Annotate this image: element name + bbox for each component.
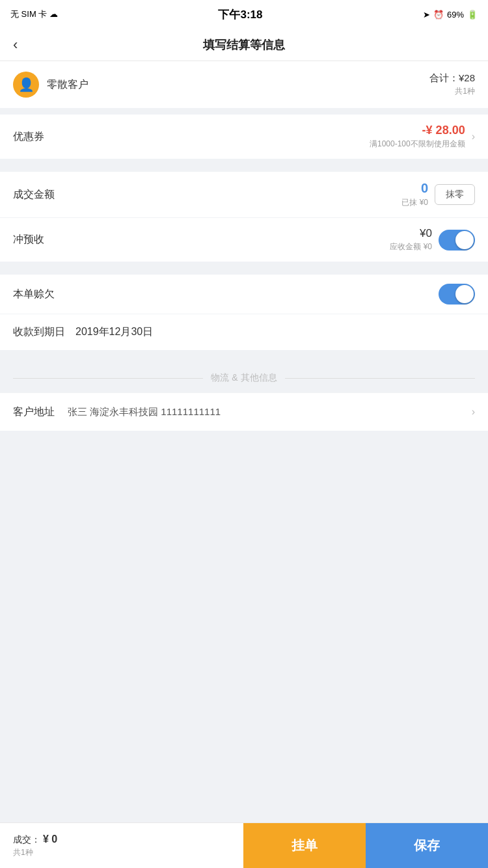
debt-row: 本单赊欠 (0, 275, 488, 314)
pre-receive-right: ¥0 应收金额 ¥0 (390, 227, 475, 252)
coupon-section[interactable]: 优惠券 -¥ 28.00 满1000-100不限制使用金额 › (0, 115, 488, 159)
customer-section: 👤 零散客户 合计：¥28 共1种 (0, 61, 488, 108)
pre-receive-sub: 应收金额 ¥0 (390, 241, 432, 252)
due-date-row[interactable]: 收款到期日 2019年12月30日 (0, 314, 488, 350)
pre-receive-amounts: ¥0 应收金额 ¥0 (390, 227, 432, 252)
customer-total: 合计：¥28 共1种 (429, 72, 475, 97)
pre-receive-row: 冲预收 ¥0 应收金额 ¥0 (0, 218, 488, 262)
debt-toggle-knob (455, 285, 474, 303)
status-left: 无 SIM 卡 ☁ (10, 8, 58, 20)
battery-icon: 🔋 (467, 10, 478, 20)
coupon-row[interactable]: 优惠券 -¥ 28.00 满1000-100不限制使用金额 › (0, 115, 488, 159)
status-time: 下午3:18 (218, 7, 262, 22)
status-bar: 无 SIM 卡 ☁ 下午3:18 ➤ ⏰ 69% 🔋 (0, 0, 488, 29)
content-spacer (0, 437, 488, 489)
alarm-icon: ⏰ (433, 10, 444, 20)
hold-button[interactable]: 挂单 (243, 823, 366, 869)
deal-amount-label: 成交金额 (13, 188, 55, 202)
pre-receive-toggle[interactable] (439, 230, 475, 251)
coupon-amount: -¥ 28.00 (370, 124, 465, 137)
avatar: 👤 (13, 72, 39, 98)
bottom-count: 共1种 (13, 847, 230, 858)
due-date-label: 收款到期日 (13, 325, 65, 339)
address-section: 客户地址 张三 海淀永丰科技园 11111111111 › (0, 393, 488, 431)
customer-name: 零散客户 (47, 78, 88, 92)
toggle-knob (455, 231, 474, 249)
nav-bar: ‹ 填写结算等信息 (0, 29, 488, 61)
amount-section: 成交金额 已抹 ¥0 抹零 冲预收 ¥0 应收金额 ¥0 (0, 172, 488, 262)
divider-line-right (285, 378, 475, 379)
address-value: 张三 海淀永丰科技园 11111111111 (68, 406, 472, 418)
deal-amount-input[interactable] (376, 181, 428, 196)
customer-info: 👤 零散客户 (13, 72, 88, 98)
already-rounded-text: 已抹 ¥0 (376, 197, 428, 208)
deal-amount-row: 成交金额 已抹 ¥0 抹零 (0, 172, 488, 218)
deal-amount-right: 已抹 ¥0 抹零 (376, 181, 475, 208)
battery-status: 69% (447, 10, 464, 20)
coupon-right: -¥ 28.00 满1000-100不限制使用金额 › (370, 124, 475, 150)
address-label: 客户地址 (13, 405, 55, 419)
total-count: 共1种 (429, 86, 475, 97)
logistics-text: 物流 & 其他信息 (211, 372, 277, 384)
coupon-chevron-icon: › (472, 131, 475, 142)
coupon-desc: 满1000-100不限制使用金额 (370, 139, 465, 150)
pre-receive-label: 冲预收 (13, 233, 44, 247)
sim-status: 无 SIM 卡 ☁ (10, 8, 58, 20)
coupon-label: 优惠券 (13, 130, 44, 144)
section-divider-2 (0, 268, 488, 275)
pre-receive-amount: ¥0 (390, 227, 432, 240)
back-button[interactable]: ‹ (13, 36, 18, 53)
location-icon: ➤ (423, 10, 430, 20)
status-right: ➤ ⏰ 69% 🔋 (423, 10, 478, 20)
address-row[interactable]: 客户地址 张三 海淀永丰科技园 11111111111 › (0, 393, 488, 431)
divider-line-left (13, 378, 203, 379)
bottom-deal-label: 成交： (13, 834, 40, 845)
section-divider-1 (0, 165, 488, 172)
bottom-deal-row: 成交： ¥ 0 (13, 834, 230, 846)
bottom-info: 成交： ¥ 0 共1种 (0, 834, 243, 858)
debt-section: 本单赊欠 收款到期日 2019年12月30日 (0, 275, 488, 350)
debt-toggle[interactable] (439, 284, 475, 305)
total-amount: 合计：¥28 (429, 72, 475, 85)
due-date-value: 2019年12月30日 (75, 325, 153, 339)
address-chevron-icon: › (472, 406, 475, 418)
bottom-deal-amount: ¥ 0 (43, 834, 57, 845)
section-divider-3 (0, 357, 488, 363)
avatar-icon: 👤 (18, 77, 34, 92)
round-zero-button[interactable]: 抹零 (435, 184, 475, 205)
save-button[interactable]: 保存 (366, 823, 488, 869)
bottom-bar: 成交： ¥ 0 共1种 挂单 保存 (0, 822, 488, 868)
debt-label: 本单赊欠 (13, 288, 55, 301)
logistics-divider: 物流 & 其他信息 (0, 363, 488, 393)
page-title: 填写结算等信息 (203, 37, 285, 53)
